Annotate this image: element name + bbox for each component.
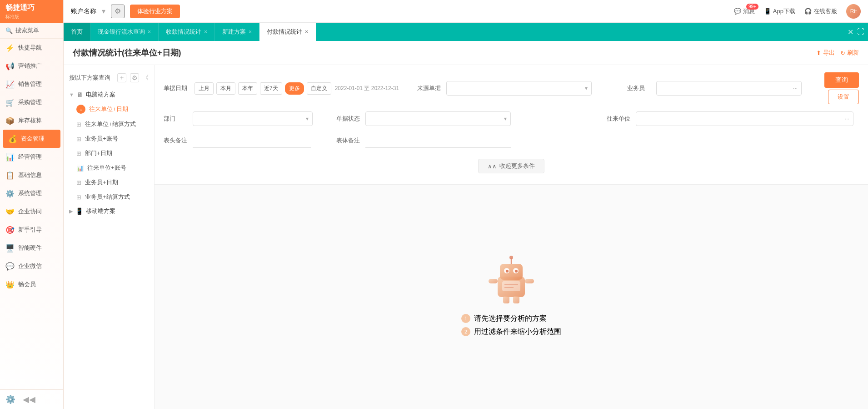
dept-select[interactable]: ▾: [193, 111, 313, 126]
date-buttons: 上月 本月 本年 近7天 更多 自定义: [195, 82, 331, 95]
svg-rect-10: [503, 296, 509, 303]
sidebar: 畅捷通巧 标准版 🔍 搜索菜单 ⚡ 快捷导航 📢 营销推广 📈 销售管理 🛒 采…: [0, 0, 64, 409]
date-btn-this-month[interactable]: 本月: [216, 82, 235, 95]
search-menu[interactable]: 🔍 搜索菜单: [0, 23, 63, 39]
date-btn-this-year[interactable]: 本年: [238, 82, 257, 95]
sidebar-item-cooperation[interactable]: 🤝 企业协同: [0, 202, 63, 221]
sidebar-item-wechat[interactable]: 💬 企业微信: [0, 257, 63, 275]
active-indicator: ○: [76, 105, 85, 114]
settings-bottom-icon[interactable]: ⚙️: [5, 394, 15, 404]
maximize-icon[interactable]: ⛶: [857, 28, 864, 36]
scheme-item-staff-account[interactable]: ⊞ 业务员+账号: [64, 131, 154, 146]
tab-receipt-stats-close[interactable]: ×: [204, 29, 207, 35]
page-actions: ⬆ 导出 ↻ 刷新: [816, 49, 859, 57]
step-1-num: 1: [461, 314, 470, 323]
sidebar-item-basic-info[interactable]: 📋 基础信息: [0, 166, 63, 184]
tab-home[interactable]: 首页: [64, 23, 90, 41]
app-logo: 畅捷通巧 标准版: [0, 0, 63, 23]
header-gear-button[interactable]: ⚙: [111, 5, 125, 18]
contact-filter-col: 往来单位 ···: [607, 111, 859, 126]
scheme-contact-settle-label: 往来单位+结算方式: [85, 120, 136, 128]
export-button[interactable]: ⬆ 导出: [816, 49, 835, 57]
scheme-desktop-group: ▼ 🖥 电脑端方案 ○ 往来单位+日期 ⊞ 往来单位+结算方式 ⊞ 业务员+账号: [64, 88, 154, 204]
sidebar-item-inventory[interactable]: 📦 库存核算: [0, 111, 63, 130]
export-label: 导出: [823, 49, 835, 57]
scheme-label: 按以下方案查询: [69, 74, 114, 82]
date-btn-last-month[interactable]: 上月: [195, 82, 214, 95]
scheme-add-button[interactable]: ＋: [117, 73, 126, 82]
contact-select[interactable]: ···: [636, 111, 853, 126]
trial-button[interactable]: 体验行业方案: [130, 5, 180, 18]
tab-bank-flow-label: 现金银行流水查询: [98, 28, 145, 36]
messages-button[interactable]: 💬 消息 99+: [734, 7, 755, 15]
sidebar-item-quick-nav[interactable]: ⚡ 快捷导航: [0, 39, 63, 57]
scheme-gear-button[interactable]: ⚙: [130, 73, 139, 82]
results-area: 1 请先选择要分析的方案 2 用过滤条件来缩小分析范围: [155, 185, 868, 409]
date-btn-more[interactable]: 更多: [285, 82, 304, 95]
wechat-icon: 💬: [5, 262, 15, 271]
scheme-item-staff-date[interactable]: ⊞ 业务员+日期: [64, 175, 154, 190]
scheme-desktop-title[interactable]: ▼ 🖥 电脑端方案: [64, 88, 154, 101]
sidebar-item-label: 快捷导航: [18, 44, 42, 52]
tab-new-scheme-close[interactable]: ×: [249, 29, 252, 35]
query-button[interactable]: 查询: [824, 72, 859, 88]
refresh-button[interactable]: ↻ 刷新: [840, 49, 859, 57]
date-btn-last-7days[interactable]: 近7天: [260, 82, 282, 95]
scheme-item-contact-date[interactable]: ○ 往来单位+日期: [64, 101, 154, 117]
sidebar-item-system[interactable]: ⚙️ 系统管理: [0, 184, 63, 202]
svg-rect-8: [489, 279, 498, 283]
header-left: 账户名称 ▾ ⚙ 体验行业方案: [71, 5, 180, 18]
date-btn-custom[interactable]: 自定义: [307, 82, 331, 95]
header-note-input[interactable]: [193, 133, 311, 148]
collapse-sidebar-icon[interactable]: ◀◀: [23, 394, 35, 404]
body-note-input[interactable]: [365, 133, 511, 148]
staff-select[interactable]: ···: [656, 81, 802, 96]
sidebar-item-finance[interactable]: 💰 资金管理: [3, 130, 60, 148]
sidebar-item-marketing[interactable]: 📢 营销推广: [0, 57, 63, 75]
tab-payment-stats-close[interactable]: ×: [305, 29, 308, 35]
settings-button[interactable]: 设置: [828, 90, 859, 104]
tab-bank-flow[interactable]: 现金银行流水查询 ×: [90, 23, 159, 41]
dept-select-arrow: ▾: [306, 116, 309, 122]
app-download-label: App下载: [773, 7, 795, 15]
scheme-item-dept-date[interactable]: ⊞ 部门+日期: [64, 146, 154, 161]
account-dropdown-icon[interactable]: ▾: [102, 7, 105, 15]
sidebar-item-sales[interactable]: 📈 销售管理: [0, 75, 63, 93]
tab-payment-stats[interactable]: 付款情况统计 ×: [259, 23, 316, 41]
tab-receipt-stats[interactable]: 收款情况统计 ×: [159, 23, 215, 41]
source-filter-col: 来源单据 ▾: [417, 81, 609, 96]
scheme-collapse-button[interactable]: 《: [143, 74, 149, 82]
staff-filter-col: 业务员 ···: [627, 81, 819, 96]
sidebar-item-operation[interactable]: 📊 经营管理: [0, 148, 63, 166]
scheme-panel-header: 按以下方案查询 ＋ ⚙ 《: [64, 70, 154, 86]
source-select-arrow: ▾: [585, 85, 588, 91]
sidebar-item-member[interactable]: 👑 畅会员: [0, 275, 63, 293]
source-select[interactable]: ▾: [446, 81, 592, 96]
scheme-mobile-group[interactable]: ▶ 📱 移动端方案: [64, 204, 154, 218]
tab-new-scheme[interactable]: 新建方案 ×: [215, 23, 259, 41]
doc-status-arrow: ▾: [504, 116, 507, 122]
sidebar-item-purchase[interactable]: 🛒 采购管理: [0, 93, 63, 111]
sidebar-item-hardware[interactable]: 🖥️ 智能硬件: [0, 239, 63, 257]
doc-status-select[interactable]: ▾: [365, 111, 511, 126]
sidebar-item-label: 企业协同: [18, 207, 42, 216]
scheme-item-contact-settle[interactable]: ⊞ 往来单位+结算方式: [64, 117, 154, 131]
refresh-label: 刷新: [847, 49, 859, 57]
sidebar-item-guide[interactable]: 🎯 新手引导: [0, 221, 63, 239]
collapse-conditions-button[interactable]: ∧∧ 收起更多条件: [478, 159, 544, 173]
mobile-icon: 📱: [75, 207, 83, 215]
app-download-button[interactable]: 📱 App下载: [764, 7, 795, 15]
tab-bank-flow-close[interactable]: ×: [148, 29, 151, 35]
empty-hint-1-text: 请先选择要分析的方案: [474, 314, 547, 323]
scheme-item-staff-settle[interactable]: ⊞ 业务员+结算方式: [64, 190, 154, 204]
scheme-staff-settle-label: 业务员+结算方式: [85, 193, 130, 201]
sidebar-item-label: 企业微信: [18, 262, 42, 270]
online-service-button[interactable]: 🎧 在线客服: [804, 7, 837, 15]
close-all-tabs-icon[interactable]: ✕: [848, 28, 853, 36]
download-icon: 📱: [764, 8, 771, 15]
user-avatar[interactable]: Rit: [846, 4, 861, 19]
tab-new-scheme-label: 新建方案: [222, 28, 246, 36]
svg-rect-11: [513, 296, 519, 303]
svg-rect-12: [502, 281, 520, 291]
scheme-item-contact-account[interactable]: 📊 往来单位+账号: [64, 161, 154, 175]
